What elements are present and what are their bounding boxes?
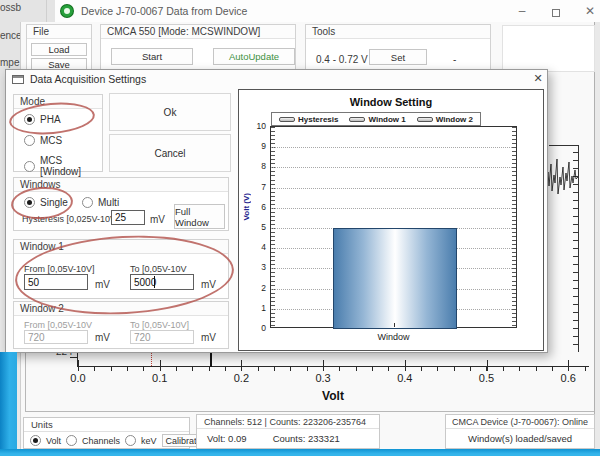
window2-to-input xyxy=(130,330,194,344)
hysteresis-label: Hysteresis [0,025V-10V] xyxy=(22,214,119,224)
ws-ytick-label: 5 xyxy=(239,222,266,232)
dash-label: - xyxy=(453,54,456,65)
toolbar-empty-panel xyxy=(502,25,595,72)
panel-header: CMCA Device (J-70-0067): Online xyxy=(446,415,594,429)
radio-label: Channels xyxy=(82,436,120,446)
ws-gridline xyxy=(271,167,516,168)
ok-button[interactable]: Ok xyxy=(109,93,231,131)
legend-label: Hysteresis xyxy=(298,115,338,124)
group-header: Window 2 xyxy=(14,302,228,316)
unit-label: mV xyxy=(201,279,216,290)
background-text-fragment: ossb xyxy=(0,2,21,13)
set-button[interactable]: Set xyxy=(369,49,427,65)
radio-mcs-window[interactable] xyxy=(24,161,35,172)
radio-label: Single xyxy=(40,197,68,208)
ws-gridline xyxy=(271,208,516,209)
legend-swatch-icon xyxy=(417,117,433,122)
window1-group: Window 1 From [0,05V-10V] mV To [0,05V-1… xyxy=(13,239,229,299)
start-button[interactable]: Start xyxy=(111,48,193,65)
ws-ytick-label: 1 xyxy=(239,303,266,313)
radio-kev[interactable] xyxy=(125,435,136,446)
group-header: File xyxy=(27,25,91,39)
app-icon xyxy=(61,5,73,17)
window1-to-input[interactable] xyxy=(130,274,194,290)
window-right-border xyxy=(594,22,595,449)
panel-header: Units xyxy=(24,418,189,432)
minimize-button[interactable]: – xyxy=(511,2,533,20)
window-title: Device J-70-0067 Data from Device xyxy=(81,5,247,17)
maximize-button[interactable] xyxy=(545,2,567,20)
legend-label: Window 1 xyxy=(368,115,405,124)
close-button[interactable]: ✕ xyxy=(579,2,600,20)
unit-label: mV xyxy=(95,332,110,343)
chart-title: Window Setting xyxy=(239,96,543,108)
radio-channels[interactable] xyxy=(66,435,77,446)
radio-label: MCS [Window] xyxy=(40,155,102,177)
x-axis-tick xyxy=(394,323,395,327)
radio-label: Multi xyxy=(98,197,119,208)
ws-gridline xyxy=(271,188,516,189)
ws-ytick-label: 10 xyxy=(239,121,266,131)
to-label: To [0,05V-10V xyxy=(130,264,187,274)
window1-bar xyxy=(333,228,457,329)
maximize-icon xyxy=(552,9,560,17)
legend-item: Window 2 xyxy=(417,115,473,124)
hysteresis-input[interactable] xyxy=(111,210,145,225)
ws-ytick-label: 4 xyxy=(239,242,266,252)
radio-multi[interactable] xyxy=(82,197,93,208)
legend-item: Hysteresis xyxy=(279,115,338,124)
radio-label: MCS xyxy=(40,135,62,146)
ws-ytick-label: 7 xyxy=(239,182,266,192)
ws-ytick-label: 9 xyxy=(239,141,266,151)
y-axis-title: Volt (V) xyxy=(242,193,251,220)
group-header: Mode xyxy=(14,95,102,109)
legend-label: Window 2 xyxy=(436,115,473,124)
to-label: To [0,05V-10V] xyxy=(130,320,189,330)
radio-mcs[interactable] xyxy=(24,135,35,146)
from-label: From [0,05V-10V xyxy=(24,320,92,330)
radio-label: PHA xyxy=(40,114,61,125)
ws-gridline xyxy=(271,147,516,148)
volt-readout: Volt: 0.09 xyxy=(207,433,247,444)
radio-volt[interactable] xyxy=(30,435,41,446)
group-header: Tools xyxy=(306,25,490,39)
x-axis-title: Window xyxy=(270,332,517,342)
windows-group: Windows Single Multi Hysteresis [0,025V-… xyxy=(13,177,229,231)
radio-pha[interactable] xyxy=(24,114,35,125)
group-header: CMCA 550 [Mode: MCSWINDOW] xyxy=(101,25,295,39)
background-text-fragment: mpe xyxy=(0,57,19,68)
window-titlebar: Device J-70-0067 Data from Device – ✕ xyxy=(55,0,600,22)
units-panel: Units Volt Channels keV Calibrate xyxy=(23,417,190,449)
unit-label: mV xyxy=(95,279,110,290)
data-acquisition-settings-dialog: Data Acquisition Settings ✕ Mode PHA MCS… xyxy=(5,69,548,353)
unit-label: mV xyxy=(150,214,165,225)
autoupdate-button[interactable]: AutoUpdate xyxy=(213,48,295,65)
legend-swatch-icon xyxy=(279,117,295,122)
unit-label: mV xyxy=(201,332,216,343)
legend-swatch-icon xyxy=(349,117,365,122)
ws-plot xyxy=(270,126,517,328)
text-cursor xyxy=(154,276,155,288)
counts-readout: Counts: 233321 xyxy=(273,433,340,444)
load-button[interactable]: Load xyxy=(31,43,87,56)
screenshot-root: ossb ence: mpe Device J-70-0067 Data fro… xyxy=(0,0,600,456)
cancel-button[interactable]: Cancel xyxy=(109,134,231,172)
dialog-title: Data Acquisition Settings xyxy=(30,73,146,85)
device-status-panel: CMCA Device (J-70-0067): Online Window(s… xyxy=(445,414,595,449)
radio-label: Volt xyxy=(46,436,61,446)
full-window-button[interactable]: Full Window xyxy=(174,204,225,229)
acquisition-panel: Channels: 512 | Counts: 223206-235764 Vo… xyxy=(196,414,380,449)
window1-from-input[interactable] xyxy=(24,274,88,290)
window2-group: Window 2 From [0,05V-10V mV To [0,05V-10… xyxy=(13,301,229,349)
radio-single[interactable] xyxy=(24,197,35,208)
ws-ytick-label: 0 xyxy=(239,323,266,333)
group-header: Window 1 xyxy=(14,240,228,254)
ws-ytick-label: 3 xyxy=(239,262,266,272)
window2-from-input xyxy=(24,330,88,344)
panel-header: Channels: 512 | Counts: 223206-235764 xyxy=(197,415,379,429)
ws-ytick-label: 8 xyxy=(239,161,266,171)
voltage-range-label: 0.4 - 0.72 V xyxy=(316,54,368,65)
radio-label: keV xyxy=(141,436,157,446)
dialog-close-button[interactable]: ✕ xyxy=(530,71,546,86)
group-header: Windows xyxy=(14,178,228,192)
